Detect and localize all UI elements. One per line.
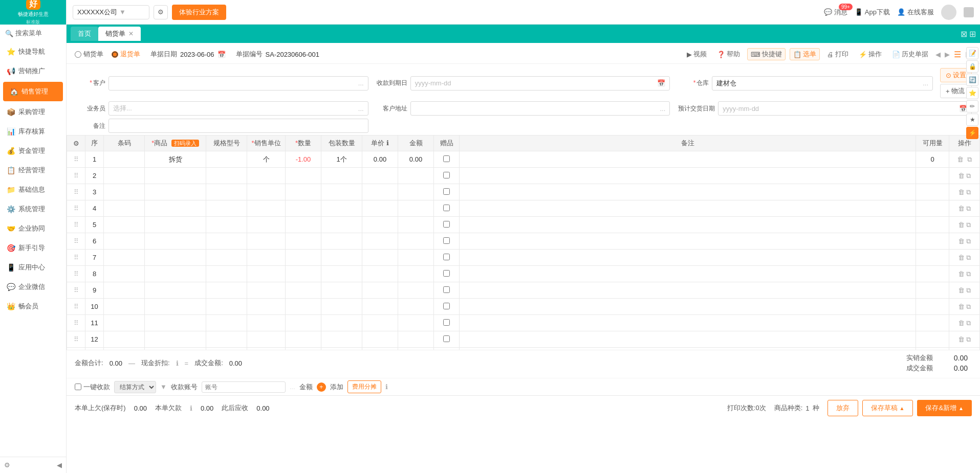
warehouse-value: 建材仓 [716, 79, 736, 88]
side-btn-3[interactable]: 🔄 [966, 74, 978, 86]
operate-btn[interactable]: ⚡ 操作 [856, 48, 885, 60]
tab-home[interactable]: 首页 [71, 27, 98, 41]
sidebar-item-stock[interactable]: 📊 库存核算 [0, 122, 66, 141]
row1-qty[interactable]: -1.00 [286, 151, 321, 168]
customer-addr-field: 客户地址 ... [377, 101, 670, 116]
ops-icon: 📋 [6, 166, 15, 175]
col-notes: 备注 [460, 136, 916, 151]
ops-label: 经营管理 [18, 166, 45, 175]
row1-pkgqty[interactable]: 1个 [321, 151, 362, 168]
row1-notes[interactable] [460, 151, 916, 168]
row1-product[interactable]: 拆货 [145, 151, 206, 168]
company-settings-btn[interactable]: ⚙ [154, 5, 168, 19]
account-input[interactable] [202, 381, 286, 393]
customer-input[interactable]: ... [108, 76, 368, 91]
online-service-btn[interactable]: 👤 在线客服 [897, 8, 934, 17]
data-table: ⚙ 序 条码 *商品 扫码录入 规格型号 *销售单位 *数量 包装数量 单价 ℹ [67, 135, 980, 350]
collapse-icon[interactable]: ◀ [57, 461, 62, 469]
experience-btn[interactable]: 体验行业方案 [172, 5, 226, 20]
user-avatar[interactable] [941, 5, 956, 20]
save-draft-btn[interactable]: 保存草稿 ▲ [862, 400, 913, 416]
side-btn-2[interactable]: 🔒 [966, 60, 978, 73]
video-btn[interactable]: ▶ 视频 [684, 48, 710, 60]
message-btn[interactable]: 💬 消息 99+ [824, 8, 847, 17]
tab-grid-icon[interactable]: ⊞ [969, 29, 976, 39]
sidebar-item-sales[interactable]: 🏠 销售管理 [3, 82, 63, 101]
sidebar-search[interactable]: 🔍 搜索菜单 [0, 25, 66, 42]
row1-unit[interactable]: 个 [247, 151, 286, 168]
row1-price[interactable]: 0.00 [362, 151, 398, 168]
customer-addr-input[interactable]: ... [410, 101, 670, 116]
sidebar-item-apps[interactable]: 📱 应用中心 [0, 258, 66, 277]
close-all-tabs-icon[interactable]: ⊠ [961, 29, 967, 39]
collab-icon: 🤝 [6, 224, 15, 233]
radio-return-input[interactable] [112, 51, 118, 58]
add-payment-btn[interactable]: + [317, 382, 326, 392]
product-type-suffix: 种 [813, 403, 819, 413]
warehouse-input[interactable]: 建材仓 ... [712, 76, 933, 91]
prev-icon[interactable]: ◀ [935, 51, 941, 58]
row1-gift-check[interactable] [443, 155, 450, 162]
side-btn-orange[interactable]: ⚡ [966, 127, 978, 139]
radio-sales-order[interactable]: 销货单 [75, 50, 103, 59]
due-date-input[interactable]: yyyy-mm-dd 📅 [410, 76, 670, 91]
tab-close-icon[interactable]: ✕ [128, 30, 134, 37]
salesman-input[interactable]: 选择... ... [108, 101, 368, 116]
topbar-right: 💬 消息 99+ 📱 App下载 👤 在线客服 [824, 5, 974, 20]
sidebar-item-basic[interactable]: 📁 基础信息 [0, 180, 66, 199]
next-icon[interactable]: ▶ [945, 51, 950, 58]
sidebar-item-finance[interactable]: 💰 资金管理 [0, 141, 66, 161]
method-select[interactable]: 结算方式 [114, 381, 156, 393]
row1-amount[interactable]: 0.00 [398, 151, 434, 168]
sidebar-item-shortcut[interactable]: ⭐ 快捷导航 [0, 42, 66, 61]
warehouse-field: 仓库 建材仓 ... ⊙ 设置 + 物流 [678, 68, 972, 98]
side-btn-4[interactable]: ⭐ [966, 87, 978, 99]
print-btn[interactable]: 🖨 打印 [824, 48, 852, 60]
company-selector[interactable]: XXXXXX公司 ▼ [73, 5, 149, 19]
col-unit: *销售单位 [247, 136, 286, 151]
marketing-label: 营销推广 [18, 66, 45, 76]
shortcuts-btn[interactable]: ⌨ 快捷键 [747, 48, 786, 60]
row1-barcode[interactable] [104, 151, 145, 168]
product-type-stats: 商品种类: 1 种 [774, 403, 819, 413]
expense-btn[interactable]: 费用分摊 [347, 380, 381, 393]
side-btn-5[interactable]: ✏ [966, 100, 978, 112]
help-btn[interactable]: ❓ 帮助 [714, 48, 743, 60]
app-download-label: App下载 [865, 8, 890, 17]
list-view-icon[interactable]: ☰ [954, 50, 961, 59]
row1-delete-icon[interactable]: 🗑 [957, 155, 964, 163]
app-download-btn[interactable]: 📱 App下载 [855, 8, 890, 17]
row1-gift[interactable] [434, 151, 460, 168]
sidebar-item-purchase[interactable]: 📦 采购管理 [0, 102, 66, 122]
remark-input[interactable] [108, 119, 368, 133]
calendar-icon[interactable]: 📅 [217, 51, 226, 58]
finance-label: 资金管理 [18, 146, 45, 155]
sidebar-item-newbie[interactable]: 🎯 新手引导 [0, 238, 66, 258]
member-label: 畅会员 [18, 302, 38, 311]
side-buttons: 📝 🔒 🔄 ⭐ ✏ ★ ⚡ [965, 43, 980, 473]
settings-gear-icon[interactable]: ⚙ [4, 461, 10, 469]
radio-sales-input[interactable] [75, 51, 81, 58]
expense-info-icon: ℹ [385, 383, 388, 391]
sidebar-item-member[interactable]: 👑 畅会员 [0, 297, 66, 316]
one-click-check[interactable] [75, 384, 81, 390]
side-btn-6[interactable]: ★ [966, 114, 978, 126]
history-btn[interactable]: 📄 历史单据 [889, 48, 931, 60]
radio-return-order[interactable]: 退货单 [112, 50, 140, 59]
abandon-btn[interactable]: 放弃 [827, 400, 858, 416]
row1-spec[interactable] [206, 151, 247, 168]
sidebar-item-collab[interactable]: 🤝 企业协同 [0, 219, 66, 238]
expected-date-input[interactable]: yyyy-mm-dd 📅 [718, 101, 972, 116]
side-btn-1[interactable]: 📝 [966, 47, 978, 59]
one-click-payment[interactable]: 一键收款 [75, 382, 110, 392]
sidebar-item-ops[interactable]: 📋 经营管理 [0, 161, 66, 180]
tab-sales-order[interactable]: 销货单 ✕ [98, 27, 141, 41]
scan-btn[interactable]: 扫码录入 [171, 140, 199, 147]
sidebar-item-marketing[interactable]: 📢 营销推广 [0, 61, 66, 81]
sidebar-item-wechat[interactable]: 💬 企业微信 [0, 277, 66, 297]
save-new-btn[interactable]: 保存&新增 ▲ [917, 400, 972, 416]
sidebar-item-system[interactable]: ⚙️ 系统管理 [0, 199, 66, 219]
row1-num: 1 [85, 151, 104, 168]
date-value: 2023-06-06 [180, 51, 214, 58]
choose-order-btn[interactable]: 📋 选单 [790, 48, 820, 60]
